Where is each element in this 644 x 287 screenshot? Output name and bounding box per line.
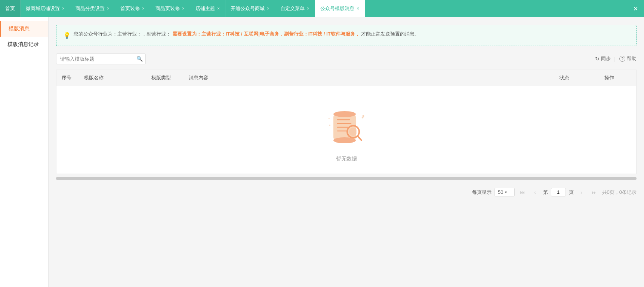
col-header-status: 状态 — [554, 70, 599, 86]
page-prev-button[interactable]: ‹ — [530, 187, 540, 197]
notice-box: 💡 您的公众号行业为：主营行业：，副营行业： 需要设置为：主营行业：IT科技 /… — [56, 25, 637, 46]
nav-tab-home-decor-close[interactable]: × — [142, 6, 145, 11]
nav-tab-home-decor[interactable]: 首页装修 × — [115, 0, 150, 17]
empty-text: 暂无数据 — [56, 156, 636, 162]
sidebar: 模版消息 模版消息记录 — [0, 17, 49, 287]
page-first-button[interactable]: ⏮ — [518, 187, 527, 197]
nav-tab-product-category-close[interactable]: × — [107, 6, 110, 11]
nav-tab-product-category[interactable]: 商品分类设置 × — [70, 0, 115, 17]
empty-row: ✦ ✦ 暂无数据 — [56, 86, 637, 174]
sidebar-item-template-record[interactable]: 模版消息记录 — [0, 37, 48, 52]
empty-illustration: ✦ ✦ — [324, 105, 369, 150]
help-button[interactable]: ? 帮助 — [619, 55, 637, 62]
nav-tab-product-decor-label: 商品页装修 — [155, 5, 180, 12]
nav-tab-shop-theme-label: 店铺主题 — [195, 5, 215, 12]
nav-tab-wechat-shop-close[interactable]: × — [62, 6, 65, 11]
search-icon[interactable]: 🔍 — [136, 56, 143, 62]
svg-point-12 — [329, 125, 330, 126]
col-header-type: 模版类型 — [146, 70, 184, 86]
nav-tab-home-decor-label: 首页装修 — [120, 5, 140, 12]
svg-line-10 — [357, 136, 361, 140]
nav-tab-open-shop-close[interactable]: × — [267, 6, 269, 11]
help-label: 帮助 — [627, 55, 637, 62]
svg-point-2 — [333, 111, 356, 117]
main-layout: 模版消息 模版消息记录 💡 您的公众号行业为：主营行业：，副营行业： 需要设置为… — [0, 17, 644, 287]
col-header-content: 消息内容 — [184, 70, 554, 86]
nav-tab-wechat-shop[interactable]: 微商城店铺设置 × — [21, 0, 70, 17]
svg-point-9 — [349, 128, 357, 136]
total-info: 共0页，0条记录 — [602, 189, 637, 196]
empty-state: ✦ ✦ 暂无数据 — [56, 86, 636, 174]
page-size-label: 每页显示 — [472, 189, 492, 196]
page-next-button[interactable]: › — [577, 187, 586, 197]
nav-tab-open-shop-label: 开通公众号商城 — [231, 5, 265, 12]
page-size-select[interactable]: 50 ▾ — [494, 188, 514, 196]
nav-tab-product-decor-close[interactable]: × — [182, 6, 185, 11]
nav-tab-home[interactable]: 首页 — [0, 0, 21, 17]
page-di-label: 第 — [543, 189, 548, 196]
global-close-button[interactable]: ✕ — [627, 5, 644, 12]
nav-tab-product-category-label: 商品分类设置 — [76, 5, 105, 12]
top-nav: 首页 微商城店铺设置 × 商品分类设置 × 首页装修 × 商品页装修 × 店铺主… — [0, 0, 644, 17]
toolbar-divider: | — [614, 56, 616, 62]
search-input[interactable] — [56, 54, 146, 64]
sync-icon: ↻ — [595, 56, 600, 62]
page-size-value-text: 50 — [498, 189, 503, 195]
page-last-button[interactable]: ⏭ — [589, 187, 599, 197]
col-header-index: 序号 — [56, 70, 79, 86]
nav-tab-product-decor[interactable]: 商品页装修 × — [150, 0, 190, 17]
svg-text:✦: ✦ — [328, 117, 330, 120]
nav-tab-custom-menu-close[interactable]: × — [307, 6, 309, 11]
notice-highlight: 需要设置为：主营行业：IT科技 / 互联网|电子商务，副营行业：IT科技 / I… — [172, 31, 360, 37]
sync-label: 同步 — [601, 55, 611, 62]
nav-tab-template-msg[interactable]: 公众号模版消息 × — [315, 0, 365, 17]
nav-tab-open-shop[interactable]: 开通公众号商城 × — [225, 0, 275, 17]
col-header-action: 操作 — [599, 70, 637, 86]
page-size-dropdown-icon: ▾ — [505, 190, 507, 194]
nav-tab-custom-menu[interactable]: 自定义菜单 × — [275, 0, 315, 17]
data-table: 序号 模版名称 模版类型 消息内容 状态 操作 — [56, 70, 637, 174]
nav-tab-wechat-shop-label: 微商城店铺设置 — [26, 5, 60, 12]
toolbar-right: ↻ 同步 | ? 帮助 — [595, 55, 637, 62]
notice-text: 您的公众号行业为：主营行业：，副营行业： 需要设置为：主营行业：IT科技 / 互… — [74, 30, 419, 38]
svg-text:✦: ✦ — [361, 116, 364, 120]
pagination: 每页显示 50 ▾ ⏮ ‹ 第 页 › ⏭ 共0页，0条记录 — [56, 183, 637, 199]
nav-tab-home-label: 首页 — [5, 5, 15, 12]
page-current-input[interactable] — [551, 188, 566, 196]
search-bar: 🔍 ↻ 同步 | ? 帮助 — [56, 54, 637, 64]
nav-tab-template-msg-close[interactable]: × — [357, 6, 359, 11]
page-label: 页 — [569, 189, 574, 196]
sync-button[interactable]: ↻ 同步 — [595, 55, 611, 62]
table-header-row: 序号 模版名称 模版类型 消息内容 状态 操作 — [56, 70, 637, 86]
nav-tab-template-msg-label: 公众号模版消息 — [320, 5, 354, 12]
sidebar-item-template-msg[interactable]: 模版消息 — [0, 21, 48, 37]
col-header-name: 模版名称 — [79, 70, 146, 86]
nav-tab-custom-menu-label: 自定义菜单 — [280, 5, 305, 12]
table-scrollbar-thumb — [56, 177, 637, 180]
nav-tab-shop-theme[interactable]: 店铺主题 × — [190, 0, 225, 17]
table-scrollbar[interactable] — [56, 177, 637, 180]
content-area: 💡 您的公众号行业为：主营行业：，副营行业： 需要设置为：主营行业：IT科技 /… — [49, 17, 644, 287]
help-icon: ? — [619, 56, 625, 62]
nav-tab-shop-theme-close[interactable]: × — [217, 6, 220, 11]
lightbulb-icon: 💡 — [63, 31, 71, 40]
search-input-wrapper: 🔍 — [56, 54, 146, 64]
